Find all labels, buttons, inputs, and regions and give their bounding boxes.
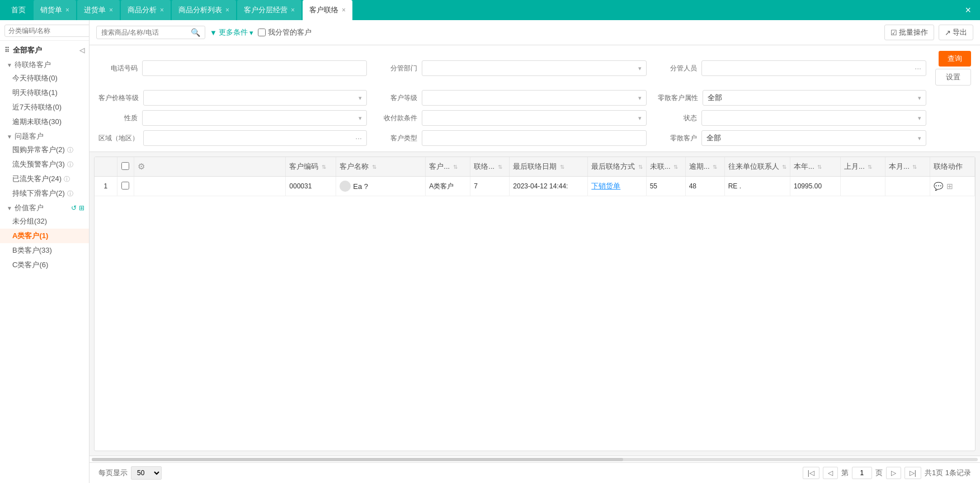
all-customers-header[interactable]: ⠿ 全部客户 ◁: [0, 41, 89, 58]
sort-last-method-icon[interactable]: ⇅: [638, 164, 643, 170]
more-filters-btn[interactable]: ▼ 更多条件 ▾: [210, 27, 253, 37]
triangle-icon-2: ▼: [7, 134, 12, 140]
sort-this-year-icon[interactable]: ⇅: [817, 164, 822, 170]
price-grade-select[interactable]: ▾: [143, 90, 367, 106]
group-pending-contact[interactable]: ▼ 待联络客户: [0, 58, 89, 71]
close-tab-purchase[interactable]: ×: [109, 6, 113, 14]
comment-icon[interactable]: 💬: [934, 182, 943, 191]
sidebar-item-tomorrow[interactable]: 明天待联络(1): [0, 86, 89, 100]
th-name: 客户名称 ⇅: [336, 157, 426, 177]
select-all-checkbox[interactable]: [121, 162, 129, 170]
cell-seq: 1: [95, 177, 117, 196]
my-customers-check-input[interactable]: [258, 29, 266, 36]
close-tab-customer-contact[interactable]: ×: [342, 6, 346, 14]
grid-icon: ⠿: [4, 46, 10, 54]
region-input[interactable]: ···: [143, 130, 367, 146]
scatter-customer-select[interactable]: 全部 ▾: [701, 130, 926, 146]
sort-no-contact-icon[interactable]: ⇅: [673, 164, 678, 170]
batch-op-button[interactable]: ☑ 批量操作: [884, 25, 934, 40]
sort-this-month-icon[interactable]: ⇅: [912, 164, 917, 170]
close-all-button[interactable]: ×: [960, 4, 976, 16]
close-tab-sales[interactable]: ×: [65, 6, 69, 14]
settings-button[interactable]: 设置: [935, 69, 971, 86]
nature-select[interactable]: ▾: [142, 110, 367, 126]
close-tab-analysis[interactable]: ×: [160, 6, 164, 14]
sidebar-item-abnormal[interactable]: 囤购异常客户(2) ⓘ: [0, 143, 89, 157]
scatter-attr-select[interactable]: 全部 ▾: [703, 90, 926, 106]
sidebar-collapse-btn[interactable]: ◁: [79, 46, 84, 54]
top-nav: 首页 销货单 × 进货单 × 商品分析 × 商品分析列表 × 客户分层经营 × …: [0, 0, 980, 20]
value-group-settings-icon[interactable]: ⊞: [79, 204, 84, 212]
filter-search-input[interactable]: [101, 29, 191, 36]
sort-contacts-icon[interactable]: ⇅: [498, 164, 502, 170]
price-grade-arrow-icon: ▾: [359, 94, 362, 102]
prev-page-btn[interactable]: ◁: [823, 467, 838, 479]
export-button[interactable]: ↗ 导出: [939, 25, 973, 40]
sort-name-icon[interactable]: ⇅: [372, 164, 376, 170]
sidebar-item-b-class[interactable]: B类客户(33): [0, 243, 89, 258]
my-customers-checkbox[interactable]: 我分管的客户: [258, 27, 312, 37]
dept-select[interactable]: ▾: [422, 60, 647, 76]
person-input[interactable]: ···: [701, 60, 926, 76]
first-page-btn[interactable]: |◁: [803, 467, 819, 479]
close-tab-customer-segment[interactable]: ×: [291, 6, 295, 14]
sort-last-month-icon[interactable]: ⇅: [868, 164, 872, 170]
status-select[interactable]: ▾: [701, 110, 926, 126]
sort-unit-contact-icon[interactable]: ⇅: [782, 164, 786, 170]
pagination-controls: |◁ ◁ 第 页 ▷ ▷| 共1页 1条记录: [803, 467, 971, 479]
cell-settings: [134, 177, 286, 196]
name-text[interactable]: Ea ?: [353, 182, 368, 191]
sort-grade-icon[interactable]: ⇅: [453, 164, 458, 170]
info-icon-3[interactable]: ⓘ: [64, 175, 70, 183]
sidebar-item-today[interactable]: 今天待联络(0): [0, 71, 89, 86]
horizontal-scrollbar[interactable]: [89, 456, 980, 462]
query-button[interactable]: 查询: [939, 51, 971, 67]
tab-customer-contact[interactable]: 客户联络 ×: [303, 0, 352, 20]
sort-code-icon[interactable]: ⇅: [322, 164, 326, 170]
sidebar-item-c-class[interactable]: C类客户(6): [0, 258, 89, 272]
tab-home[interactable]: 首页: [4, 0, 32, 20]
column-settings-icon[interactable]: ⚙: [138, 162, 145, 171]
tab-sales[interactable]: 销货单 ×: [34, 0, 76, 20]
tab-customer-segment[interactable]: 客户分层经营 ×: [237, 0, 301, 20]
tab-analysis[interactable]: 商品分析 ×: [121, 0, 171, 20]
sidebar-item-7days[interactable]: 近7天待联络(0): [0, 100, 89, 115]
info-icon-4[interactable]: ⓘ: [67, 190, 73, 198]
sidebar-item-churned[interactable]: 已流失客户(24) ⓘ: [0, 172, 89, 186]
scatter-customer-arrow-icon: ▾: [918, 135, 921, 142]
sidebar-item-ungrouped[interactable]: 未分组(32): [0, 214, 89, 229]
close-tab-analysis-list[interactable]: ×: [225, 6, 229, 14]
customer-type-input[interactable]: [422, 130, 647, 146]
sidebar-item-declining[interactable]: 持续下滑客户(2) ⓘ: [0, 186, 89, 201]
last-page-btn[interactable]: ▷|: [904, 467, 921, 479]
customer-grade-select[interactable]: ▾: [422, 90, 647, 106]
person-label: 分管人员: [658, 64, 697, 73]
payment-select[interactable]: ▾: [422, 110, 647, 126]
info-icon-2[interactable]: ⓘ: [67, 160, 73, 169]
th-settings[interactable]: ⚙: [134, 157, 286, 177]
page-number-input[interactable]: [852, 467, 872, 479]
tab-purchase[interactable]: 进货单 ×: [77, 0, 120, 20]
qr-icon[interactable]: ⊞: [946, 182, 953, 191]
group-problem-customers[interactable]: ▼ 问题客户: [0, 129, 89, 143]
last-method-link[interactable]: 下销货单: [591, 182, 620, 190]
region-label: 区域（地区）: [98, 134, 139, 143]
region-dots-icon: ···: [355, 134, 362, 143]
row-checkbox[interactable]: [121, 182, 129, 190]
sort-overdue-icon[interactable]: ⇅: [713, 164, 717, 170]
value-group-refresh-icon[interactable]: ↺: [71, 204, 77, 212]
sidebar-item-overdue[interactable]: 逾期未联络(30): [0, 115, 89, 129]
per-page-select[interactable]: 50 100 200: [131, 466, 162, 480]
sort-last-date-icon[interactable]: ⇅: [560, 164, 564, 170]
cell-this-year: 10995.00: [790, 177, 841, 196]
filter-search-icon[interactable]: 🔍: [191, 28, 200, 37]
action-icons-group: 💬 ⊞: [934, 182, 971, 191]
tab-analysis-list[interactable]: 商品分析列表 ×: [172, 0, 236, 20]
sidebar-search-input[interactable]: [4, 25, 89, 37]
group-value-customers[interactable]: ▼ 价值客户 ↺ ⊞: [0, 201, 89, 214]
sidebar-item-churn-warning[interactable]: 流失预警客户(3) ⓘ: [0, 157, 89, 172]
info-icon-1[interactable]: ⓘ: [67, 146, 73, 154]
sidebar-item-a-class[interactable]: A类客户(1): [0, 229, 89, 243]
next-page-btn[interactable]: ▷: [886, 467, 901, 479]
phone-input[interactable]: [142, 60, 367, 76]
